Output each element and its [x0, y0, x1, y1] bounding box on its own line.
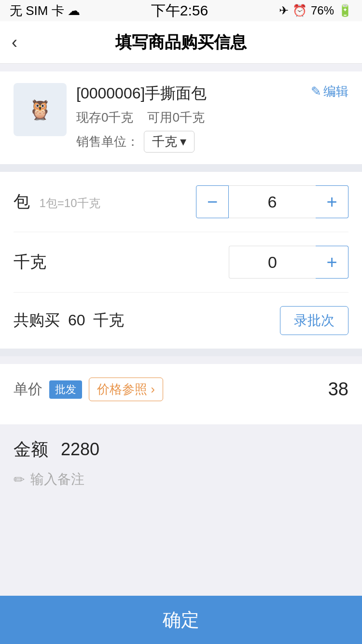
quantity-kg-row: 千克 +	[14, 232, 348, 293]
summary-amount: 60	[68, 311, 85, 329]
summary-row: 共购买 60 千克 录批次	[0, 293, 362, 349]
product-name: [0000006]手撕面包	[76, 83, 207, 104]
unit-label: 销售单位：	[76, 133, 139, 150]
batch-button[interactable]: 录批次	[280, 306, 348, 335]
owl-icon: 🦉	[28, 98, 52, 121]
amount-value: 2280	[61, 439, 99, 459]
amount-row: 金额 2280	[14, 438, 348, 462]
amount-label: 金额	[14, 439, 48, 459]
product-info: [0000006]手撕面包 ✎ 编辑 现存0千克 可用0千克 销售单位： 千克 …	[76, 83, 348, 153]
price-value: 38	[328, 379, 348, 400]
alarm-icon: ⏰	[292, 4, 307, 17]
kg-plus-button[interactable]: +	[316, 246, 348, 279]
back-button[interactable]: ‹	[12, 32, 17, 53]
bao-input[interactable]	[229, 185, 316, 218]
bao-hint: 1包=10千克	[39, 196, 100, 210]
empty-space	[0, 502, 362, 596]
remark-placeholder: 输入备注	[30, 470, 84, 489]
confirm-button[interactable]: 确定	[0, 596, 362, 644]
kg-input[interactable]	[229, 246, 316, 279]
location-icon: ✈	[279, 4, 289, 17]
remark-row[interactable]: ✏ 输入备注	[14, 470, 348, 489]
bao-minus-button[interactable]: −	[196, 185, 229, 218]
pencil-icon: ✏	[14, 472, 25, 488]
product-id: [0000006]	[76, 84, 145, 102]
product-card: 🦉 [0000006]手撕面包 ✎ 编辑 现存0千克 可用0千克 销售单位： 千…	[0, 71, 362, 164]
product-unit-row: 销售单位： 千克 ▾	[76, 131, 348, 153]
battery-text: 76%	[311, 4, 334, 17]
product-title: 手撕面包	[145, 84, 207, 102]
unit-selector[interactable]: 千克 ▾	[144, 131, 195, 153]
amount-section: 金额 2280 ✏ 输入备注	[0, 424, 362, 502]
kg-label: 千克	[14, 251, 229, 273]
bao-controls: − +	[196, 185, 348, 218]
summary-unit: 千克	[93, 311, 124, 329]
status-right: ✈ ⏰ 76% 🔋	[279, 4, 352, 17]
section-divider-2	[0, 349, 362, 356]
price-row: 单价 批发 价格参照 › 38	[14, 378, 348, 401]
edit-icon: ✎	[311, 84, 321, 99]
edit-button[interactable]: ✎ 编辑	[311, 83, 348, 100]
bao-plus-button[interactable]: +	[316, 185, 348, 218]
bao-label: 包 1包=10千克	[14, 191, 196, 213]
price-label: 单价	[14, 379, 42, 399]
chevron-down-icon: ▾	[180, 134, 186, 149]
edit-label: 编辑	[323, 83, 348, 100]
available-label: 可用0千克	[147, 110, 204, 125]
price-badge: 批发	[49, 380, 82, 399]
status-time: 下午2:56	[151, 1, 208, 21]
product-stock: 现存0千克 可用0千克	[76, 109, 348, 126]
summary-text: 共购买 60 千克	[14, 310, 124, 331]
nav-bar: ‹ 填写商品购买信息	[0, 21, 362, 64]
page-title: 填写商品购买信息	[115, 31, 247, 54]
summary-prefix: 共购买	[14, 311, 60, 329]
status-carrier: 无 SIM 卡 ☁	[10, 2, 80, 19]
stock-label: 现存0千克	[76, 110, 133, 125]
price-section: 单价 批发 价格参照 › 38	[0, 364, 362, 424]
status-bar: 无 SIM 卡 ☁ 下午2:56 ✈ ⏰ 76% 🔋	[0, 0, 362, 21]
section-divider-1	[0, 164, 362, 172]
unit-value: 千克	[152, 133, 177, 150]
kg-controls: +	[229, 246, 348, 279]
quantity-section: 包 1包=10千克 − + 千克 +	[0, 172, 362, 293]
price-ref-button[interactable]: 价格参照 ›	[89, 378, 163, 401]
battery-icon: 🔋	[338, 4, 352, 17]
product-thumbnail: 🦉	[14, 83, 67, 136]
quantity-bao-row: 包 1包=10千克 − +	[14, 172, 348, 232]
